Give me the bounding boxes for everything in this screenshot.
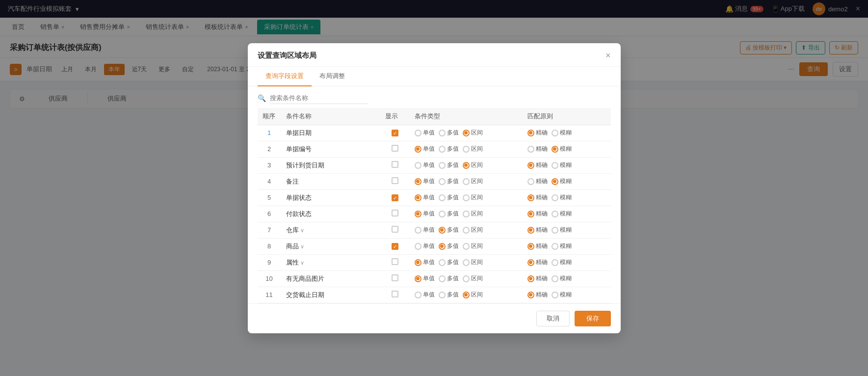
col-header-display: 显示	[380, 108, 410, 117]
dialog-table-wrap: 顺序 条件名称 显示 条件类型 匹配原则 1单据日期✓单值多值区间精确模糊2单据…	[248, 108, 621, 117]
dialog-title: 设置查询区域布局	[258, 51, 316, 60]
dialog-search-area: 🔍	[248, 86, 621, 108]
dialog-overlay: 设置查询区域布局 × 查询字段设置 布局调整 🔍 顺序 条件名称	[0, 0, 868, 116]
col-header-name: 条件名称	[281, 108, 380, 117]
settings-dialog: 设置查询区域布局 × 查询字段设置 布局调整 🔍 顺序 条件名称	[248, 43, 621, 117]
table-header-row: 顺序 条件名称 显示 条件类型 匹配原则	[258, 108, 611, 117]
tab-query-field-settings[interactable]: 查询字段设置	[258, 67, 312, 86]
tab-layout-adjust[interactable]: 布局调整	[312, 67, 353, 86]
col-header-type: 条件类型	[410, 108, 523, 117]
col-header-match: 匹配原则	[523, 108, 611, 117]
tab-query-field-settings-label: 查询字段设置	[265, 72, 304, 80]
tab-layout-adjust-label: 布局调整	[319, 72, 345, 80]
condition-search-input[interactable]	[270, 92, 368, 104]
search-icon: 🔍	[258, 94, 266, 102]
dialog-header: 设置查询区域布局 ×	[248, 43, 621, 67]
dialog-close-button[interactable]: ×	[605, 51, 611, 60]
dialog-tabs: 查询字段设置 布局调整	[248, 67, 621, 86]
conditions-table: 顺序 条件名称 显示 条件类型 匹配原则 1单据日期✓单值多值区间精确模糊2单据…	[258, 108, 611, 117]
col-header-order: 顺序	[258, 108, 281, 117]
